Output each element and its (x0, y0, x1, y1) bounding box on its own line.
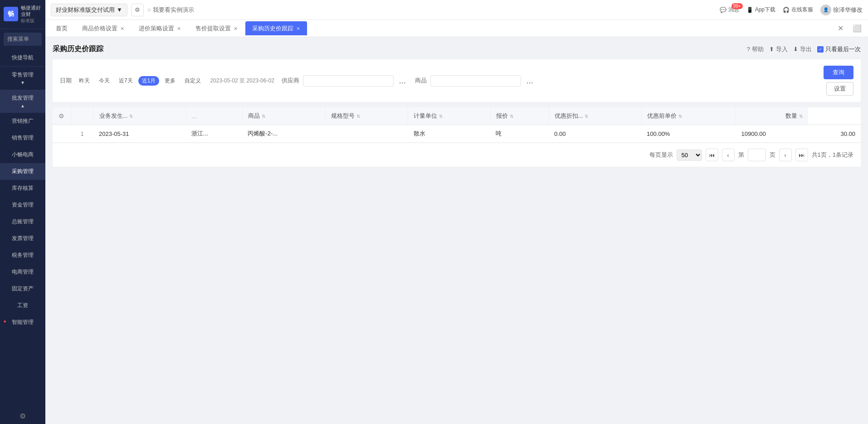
filter-panel: 日期 昨天 今天 近7天 近1月 更多 自定义 2023-05-02 至 202… (53, 59, 861, 102)
sidebar-nav: 零售管理 ▼ 批发管理 ▲ 营销推广 销售管理 小畅电商 采购管理 库存核算 资… (0, 66, 45, 331)
date-option-7days[interactable]: 近7天 (115, 76, 137, 86)
sidebar-item-smart[interactable]: 智能管理 (0, 314, 45, 331)
th-unit[interactable]: 计量单位 ⇅ (408, 107, 491, 125)
tab-home[interactable]: 首页 (49, 21, 74, 35)
tabs-right-actions: ✕ ⬜ (835, 23, 864, 34)
sidebar-item-quicknav[interactable]: 快捷导航 (0, 49, 45, 66)
th-unit-label: 计量单位 (414, 112, 437, 120)
sidebar-item-finance[interactable]: 资金管理 (0, 197, 45, 213)
date-option-yesterday[interactable]: 昨天 (75, 76, 93, 86)
tab-product-price-close[interactable]: ✕ (120, 26, 124, 32)
table-header: ⚙ 业务发生... ⇅ ... (53, 107, 861, 125)
th-business-date-label: 业务发生... (99, 112, 128, 120)
next-page-button[interactable]: › (779, 149, 792, 161)
date-options: 昨天 今天 近7天 近1月 更多 自定义 (75, 76, 205, 86)
sidebar-item-marketing[interactable]: 营销推广 (0, 113, 45, 130)
sidebar-item-tax[interactable]: 税务管理 (0, 247, 45, 264)
sidebar-logo[interactable]: 畅 畅捷通好业财 标准版 (0, 0, 45, 29)
tab-sale-extract-close[interactable]: ✕ (234, 26, 238, 32)
sidebar-item-assets[interactable]: 固定资产 (0, 280, 45, 297)
data-table: ⚙ 业务发生... ⇅ ... (53, 107, 861, 167)
demo-button[interactable]: ○ 我要看实例演示 (147, 6, 194, 14)
sidebar-item-inventory[interactable]: 库存核算 (0, 180, 45, 197)
tab-close-all-button[interactable]: ✕ (835, 23, 846, 34)
th-quote[interactable]: 报价 ⇅ (490, 107, 549, 125)
message-button[interactable]: 💬 99+ 消息 (720, 6, 739, 14)
sidebar-item-ecommerce[interactable]: 电商管理 (0, 264, 45, 280)
settings-icon: ⚙ (135, 6, 140, 13)
page-input[interactable]: 1 (748, 149, 766, 161)
date-option-more[interactable]: 更多 (161, 76, 179, 86)
supplier-more-icon[interactable]: ... (397, 77, 408, 85)
supplier-input[interactable] (303, 75, 394, 87)
tab-restore-button[interactable]: ⬜ (850, 23, 864, 34)
last-only-label: 只看最后一次 (825, 45, 861, 53)
th-business-date[interactable]: 业务发生... ⇅ (93, 107, 186, 125)
row-product-cell: 丙烯酸-2-... (242, 125, 325, 143)
date-option-custom[interactable]: 自定义 (181, 76, 205, 86)
product-more-icon[interactable]: ... (525, 77, 535, 85)
page-header: 采购历史价跟踪 ? 帮助 ⬆ 导入 ⬇ 导出 只看最后一次 (53, 44, 861, 54)
row-quantity-cell: 30.00 (808, 125, 861, 143)
th-quantity[interactable]: 数量 ⇅ (736, 107, 809, 125)
filter-row: 日期 昨天 今天 近7天 近1月 更多 自定义 2023-05-02 至 202… (60, 66, 853, 96)
first-page-button[interactable]: ⏮ (706, 149, 718, 161)
th-more[interactable]: ... (186, 107, 242, 125)
app-download-label: App下载 (755, 6, 775, 14)
user-menu[interactable]: 👤 徐泽华修改 (820, 5, 863, 15)
column-settings-icon[interactable]: ⚙ (59, 112, 64, 120)
tab-bar: 首页 商品价格设置 ✕ 进价策略设置 ✕ 售价提取设置 ✕ 采购历史价跟踪 ✕ … (45, 20, 868, 37)
help-button[interactable]: ? 帮助 (747, 45, 764, 53)
sidebar-item-invoice[interactable]: 发票管理 (0, 230, 45, 247)
edition-selector[interactable]: 好业财标准版交付试用 ▼ (51, 4, 127, 16)
product-input[interactable] (430, 75, 521, 87)
th-pre-discount-price[interactable]: 优惠前单价 ⇅ (641, 107, 736, 125)
page-content: 采购历史价跟踪 ? 帮助 ⬆ 导入 ⬇ 导出 只看最后一次 (45, 37, 868, 424)
tab-purchase-strategy[interactable]: 进价策略设置 ✕ (132, 21, 188, 35)
sidebar-item-general-ledger[interactable]: 总账管理 (0, 213, 45, 230)
sidebar-settings-button[interactable]: ⚙ (20, 412, 26, 420)
sort-pre-discount-price-icon: ⇅ (678, 114, 682, 119)
filter-right-actions: 查询 设置 (824, 66, 853, 96)
query-button[interactable]: 查询 (824, 66, 853, 79)
more-columns-icon[interactable]: ... (192, 112, 197, 120)
last-only-checkbox-group[interactable]: 只看最后一次 (817, 45, 861, 53)
online-service-button[interactable]: 🎧 在线客服 (783, 6, 813, 14)
app-download-icon: 📱 (746, 7, 753, 13)
sidebar-item-payroll[interactable]: 工资 (0, 297, 45, 314)
last-only-checkbox[interactable] (817, 46, 824, 53)
finance-label: 资金管理 (12, 201, 34, 209)
filter-settings-button[interactable]: 设置 (826, 82, 853, 96)
logo-name: 畅捷通好业财 (21, 5, 42, 18)
th-discount[interactable]: 优惠折扣... ⇅ (549, 107, 641, 125)
last-page-button[interactable]: ⏭ (795, 149, 808, 161)
export-button[interactable]: ⬇ 导出 (793, 45, 812, 53)
export-label: 导出 (800, 45, 812, 53)
prev-page-button[interactable]: ‹ (722, 149, 735, 161)
tab-product-price[interactable]: 商品价格设置 ✕ (75, 21, 131, 35)
edition-label: 好业财标准版交付试用 (56, 6, 115, 14)
topbar-settings-button[interactable]: ⚙ (131, 4, 144, 16)
tab-purchase-strategy-close[interactable]: ✕ (177, 26, 181, 32)
app-download-button[interactable]: 📱 App下载 (746, 6, 775, 14)
import-button[interactable]: ⬆ 导入 (769, 45, 788, 53)
sidebar-item-purchase[interactable]: 采购管理 (0, 163, 45, 180)
tab-purchase-history-close[interactable]: ✕ (296, 26, 300, 32)
topbar-left: 好业财标准版交付试用 ▼ ⚙ ○ 我要看实例演示 (51, 4, 716, 16)
sales-label: 销售管理 (12, 134, 34, 142)
per-page-select[interactable]: 50 20 100 (677, 149, 702, 161)
sidebar-item-wholesale[interactable]: 批发管理 ▲ (0, 90, 45, 113)
supplier-label: 供应商 (282, 77, 299, 85)
sidebar-item-sales[interactable]: 销售管理 (0, 130, 45, 146)
date-option-1month[interactable]: 近1月 (138, 76, 160, 86)
th-product[interactable]: 商品 ⇅ (242, 107, 325, 125)
help-icon: ? (747, 46, 750, 53)
tab-sale-extract[interactable]: 售价提取设置 ✕ (189, 21, 244, 35)
th-spec[interactable]: 规格型号 ⇅ (326, 107, 408, 125)
tab-purchase-history[interactable]: 采购历史价跟踪 ✕ (245, 21, 307, 35)
sidebar-item-retail[interactable]: 零售管理 ▼ (0, 67, 45, 90)
search-menu-button[interactable]: 搜索菜单 (4, 33, 42, 46)
sidebar-item-ecommerce-small[interactable]: 小畅电商 (0, 146, 45, 163)
date-option-today[interactable]: 今天 (95, 76, 113, 86)
user-name: 徐泽华修改 (833, 6, 863, 14)
